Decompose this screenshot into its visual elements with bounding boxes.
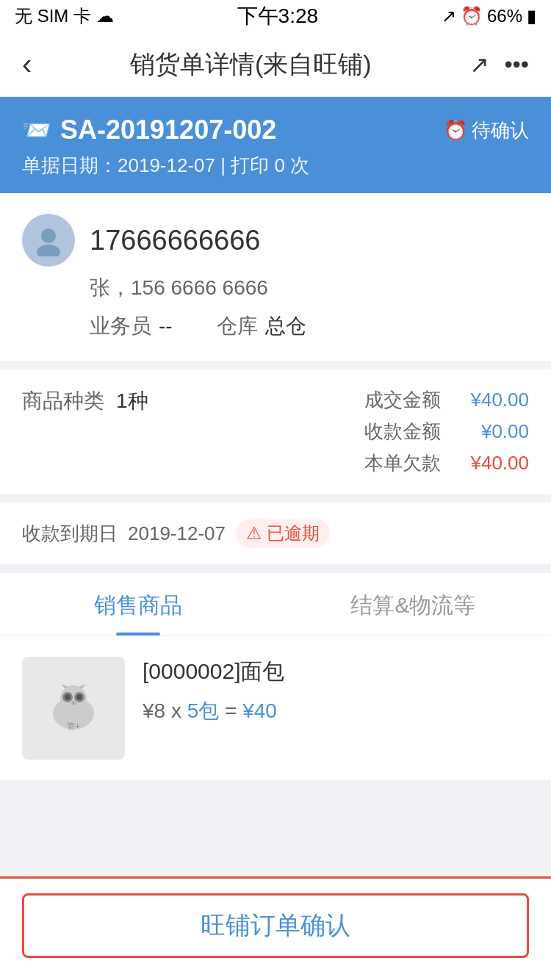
warning-icon: ⚠ (246, 523, 262, 544)
more-icon[interactable]: ••• (504, 51, 529, 78)
status-right: ↗ ⏰ 66% ▮ (442, 6, 536, 26)
product-type-value: 1种 (116, 387, 148, 415)
status-left: 无 SIM 卡 ☁ (15, 4, 114, 28)
total-price: ¥40 (242, 699, 277, 722)
due-date-label: 收款到期日 (22, 521, 118, 547)
date-separator: | (220, 154, 231, 176)
summary-section: 商品种类 1种 成交金额 ¥40.00 收款金额 ¥0.00 本单欠款 ¥40.… (0, 370, 551, 494)
date-label: 单据日期： (22, 154, 118, 176)
bottom-bar: 旺铺订单确认 (0, 876, 551, 980)
svg-text:管+: 管+ (67, 721, 79, 730)
customer-meta: 业务员 -- 仓库 总仓 (22, 312, 529, 340)
salesperson-meta: 业务员 -- (90, 312, 173, 340)
clock-icon: ⏰ (444, 119, 467, 142)
transaction-label: 成交金额 (364, 387, 441, 413)
avatar (22, 214, 75, 267)
qty-value: 5包 (187, 699, 220, 722)
customer-phone: 17666666666 (90, 225, 260, 256)
page-title: 销货单详情(来自旺铺) (130, 48, 372, 82)
equals-sign: = (225, 699, 242, 722)
battery-icon: ▮ (527, 6, 536, 26)
salesperson-label: 业务员 (90, 312, 151, 340)
alarm-icon: ⏰ (461, 6, 483, 26)
due-date-section: 收款到期日 2019-12-07 ⚠ 已逾期 (0, 502, 551, 564)
svg-point-5 (65, 694, 71, 700)
customer-section: 17666666666 张，156 6666 6666 业务员 -- 仓库 总仓 (0, 193, 551, 361)
svg-point-1 (37, 245, 60, 256)
customer-name: 张，156 6666 6666 (22, 274, 529, 302)
status-text: 待确认 (472, 118, 529, 143)
location-icon: ↗ (442, 6, 456, 26)
product-info: [0000002]面包 ¥8 x 5包 = ¥40 (143, 657, 529, 725)
due-date-value: 2019-12-07 (128, 522, 226, 545)
status-bar: 无 SIM 卡 ☁ 下午3:28 ↗ ⏰ 66% ▮ (0, 0, 551, 32)
svg-point-0 (41, 228, 56, 243)
order-type-icon: 📨 (22, 116, 51, 144)
order-status: ⏰ 待确认 (444, 118, 529, 143)
tab-settlement-label: 结算&物流等 (350, 593, 475, 617)
product-price: ¥8 x 5包 = ¥40 (143, 697, 529, 725)
tabs-section: 销售商品 结算&物流等 (0, 573, 551, 636)
owed-label: 本单欠款 (364, 450, 441, 476)
nav-actions: ↗ ••• (469, 51, 529, 79)
tab-products[interactable]: 销售商品 (0, 573, 276, 635)
order-header-card: 📨 SA-20191207-002 ⏰ 待确认 单据日期：2019-12-07 … (0, 97, 551, 193)
overdue-text: 已逾期 (267, 522, 320, 545)
confirm-button-label: 旺铺订单确认 (201, 909, 350, 943)
tab-settlement[interactable]: 结算&物流等 (276, 573, 551, 635)
nav-bar: ‹ 销货单详情(来自旺铺) ↗ ••• (0, 32, 551, 97)
received-value: ¥0.00 (455, 420, 529, 443)
transaction-row: 成交金额 ¥40.00 (364, 387, 529, 413)
order-date: 2019-12-07 (118, 154, 215, 176)
print-count: 0 (274, 154, 284, 176)
received-row: 收款金额 ¥0.00 (364, 419, 529, 444)
unit-price: ¥8 (143, 699, 165, 722)
share-icon[interactable]: ↗ (469, 51, 489, 79)
amount-summary: 成交金额 ¥40.00 收款金额 ¥0.00 本单欠款 ¥40.00 (364, 387, 529, 476)
avatar-icon (32, 224, 65, 256)
owed-value: ¥40.00 (455, 452, 529, 475)
warehouse-meta: 仓库 总仓 (217, 312, 306, 340)
product-logo: 管+ (40, 682, 107, 734)
back-button[interactable]: ‹ (22, 48, 32, 81)
multiply-sign: x (171, 699, 187, 722)
order-id-row: 📨 SA-20191207-002 (22, 115, 276, 145)
product-name: [0000002]面包 (143, 657, 529, 687)
svg-point-7 (76, 694, 82, 700)
battery-level: 66% (487, 6, 522, 26)
order-id-text: SA-20191207-002 (60, 115, 276, 145)
received-label: 收款金额 (364, 419, 441, 444)
product-thumbnail: 管+ (22, 657, 125, 760)
overdue-badge: ⚠ 已逾期 (236, 519, 330, 548)
sim-status: 无 SIM 卡 ☁ (15, 4, 114, 28)
print-label: 打印 (231, 154, 269, 176)
transaction-value: ¥40.00 (455, 389, 529, 411)
tabs-row: 销售商品 结算&物流等 (0, 573, 551, 636)
owed-row: 本单欠款 ¥40.00 (364, 450, 529, 476)
tab-products-label: 销售商品 (94, 593, 182, 617)
product-type-label: 商品种类 (22, 387, 104, 415)
warehouse-value: 总仓 (265, 312, 306, 340)
salesperson-value: -- (159, 314, 173, 338)
warehouse-label: 仓库 (217, 312, 258, 340)
confirm-order-button[interactable]: 旺铺订单确认 (22, 893, 529, 958)
order-date-row: 单据日期：2019-12-07 | 打印 0 次 (22, 153, 529, 179)
product-type-info: 商品种类 1种 (22, 387, 148, 415)
status-time: 下午3:28 (237, 2, 319, 30)
print-unit: 次 (290, 154, 309, 176)
product-list-item: 管+ [0000002]面包 ¥8 x 5包 = ¥40 (0, 636, 551, 780)
